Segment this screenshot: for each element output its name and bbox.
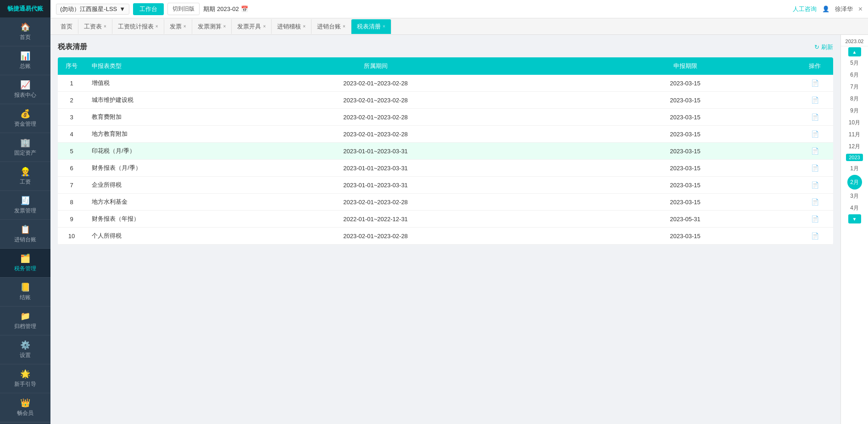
cell-deadline: 2023-03-15 — [574, 75, 796, 92]
action-icon[interactable]: 📄 — [811, 79, 819, 87]
cal-month-6[interactable]: 6月 — [844, 69, 865, 80]
unpin-button[interactable]: 取消固定 — [0, 422, 50, 424]
cell-type: 个人所得税 — [85, 228, 177, 245]
tab-home[interactable]: 首页 — [55, 19, 78, 34]
sidebar-item-ledger[interactable]: 📊 总账 — [0, 46, 50, 75]
workbench-button[interactable]: 工作台 — [133, 3, 164, 15]
cell-no: 5 — [58, 143, 85, 160]
period-label: 期期 2023-02 📅 — [203, 5, 248, 13]
cal-month-3[interactable]: 3月 — [844, 190, 865, 201]
cal-month-9[interactable]: 9月 — [844, 105, 865, 116]
cell-period: 2023-01-01~2023-03-31 — [177, 143, 574, 160]
cell-period: 2023-02-01~2023-02-28 — [177, 109, 574, 126]
tab-bar: 首页 工资表 × 工资统计报表 × 发票 × 发票测算 × 发票开具 × 进销稽… — [50, 18, 868, 35]
cell-action: 📄 — [796, 228, 833, 245]
company-name: (勿动）江西服星-LSS — [60, 5, 117, 13]
tab-close-tax-list[interactable]: × — [383, 24, 385, 29]
tab-close-purchase-ledger[interactable]: × — [343, 24, 345, 29]
action-icon[interactable]: 📄 — [811, 113, 819, 121]
tab-invoice-calc[interactable]: 发票测算 × — [192, 19, 232, 34]
cell-no: 4 — [58, 126, 85, 143]
sidebar-item-invoice[interactable]: 🧾 发票管理 — [0, 191, 50, 220]
cal-month-12[interactable]: 12月 — [844, 141, 865, 152]
sidebar-item-purchase-sales[interactable]: 📋 进销台账 — [0, 220, 50, 249]
cell-type: 印花税（月/季） — [85, 143, 177, 160]
top-bar-right: 人工咨询 👤 徐泽华 × — [793, 5, 862, 13]
action-icon[interactable]: 📄 — [811, 147, 819, 155]
cell-period: 2023-02-01~2023-02-28 — [177, 228, 574, 245]
dropdown-icon: ▼ — [119, 6, 125, 12]
switch-version-button[interactable]: 切到旧版 — [167, 3, 200, 15]
calendar-up-button[interactable]: ▲ — [848, 47, 861, 56]
tab-purchase-audit[interactable]: 进销稽核 × — [272, 19, 312, 34]
cal-month-8[interactable]: 8月 — [844, 93, 865, 104]
cell-deadline: 2023-03-15 — [574, 92, 796, 109]
period-value: 2023-02 — [217, 6, 239, 12]
page-title: 税表清册 — [58, 42, 87, 52]
sidebar: 畅捷通易代账 🏠 首页 📊 总账 📈 报表中心 💰 资金管理 🏢 固定资产 👷 … — [0, 0, 50, 424]
cal-month-7[interactable]: 7月 — [844, 81, 865, 92]
cal-month-1[interactable]: 1月 — [844, 163, 865, 174]
close-books-icon: 📒 — [20, 282, 30, 292]
sidebar-item-vip[interactable]: 👑 畅会员 — [0, 393, 50, 422]
tab-salary-report[interactable]: 工资统计报表 × — [112, 19, 164, 34]
table-row: 1 增值税 2023-02-01~2023-02-28 2023-03-15 📄 — [58, 75, 833, 92]
cal-month-4[interactable]: 4月 — [844, 202, 865, 213]
refresh-button[interactable]: ↻ 刷新 — [814, 43, 833, 51]
company-selector[interactable]: (勿动）江西服星-LSS ▼ — [56, 4, 129, 15]
action-icon[interactable]: 📄 — [811, 232, 819, 240]
sidebar-item-salary[interactable]: 👷 工资 — [0, 162, 50, 191]
cell-action: 📄 — [796, 160, 833, 177]
calendar-down-button[interactable]: ▼ — [848, 214, 861, 223]
tab-close-purchase-audit[interactable]: × — [303, 24, 306, 29]
calendar-icon[interactable]: 📅 — [241, 6, 248, 12]
cal-month-2-active[interactable]: 2月 — [847, 175, 862, 190]
cal-month-11[interactable]: 11月 — [844, 129, 865, 140]
table-row: 8 地方水利基金 2023-02-01~2023-02-28 2023-03-1… — [58, 194, 833, 211]
sidebar-item-report[interactable]: 📈 报表中心 — [0, 75, 50, 104]
page-header: 税表清册 ↻ 刷新 — [58, 42, 833, 52]
sidebar-item-fund[interactable]: 💰 资金管理 — [0, 104, 50, 133]
cal-month-5[interactable]: 5月 — [844, 57, 865, 68]
tab-tax-list[interactable]: 税表清册 × — [351, 19, 391, 34]
sidebar-item-archive[interactable]: 📁 归档管理 — [0, 307, 50, 335]
cell-no: 8 — [58, 194, 85, 211]
tab-purchase-ledger[interactable]: 进销台账 × — [312, 19, 351, 34]
tab-invoice-issue[interactable]: 发票开具 × — [232, 19, 272, 34]
main-area: (勿动）江西服星-LSS ▼ 工作台 切到旧版 期期 2023-02 📅 人工咨… — [50, 0, 868, 424]
action-icon[interactable]: 📄 — [811, 130, 819, 138]
sidebar-item-guide[interactable]: 🌟 新手引导 — [0, 364, 50, 393]
cell-no: 1 — [58, 75, 85, 92]
tax-table: 序号 申报表类型 所属期间 申报期限 操作 1 增值税 2023-02-01~2… — [58, 57, 833, 245]
window-close-button[interactable]: × — [858, 5, 862, 13]
sidebar-item-settings[interactable]: ⚙️ 设置 — [0, 335, 50, 364]
tab-close-salary-report[interactable]: × — [156, 24, 158, 29]
tab-close-invoice[interactable]: × — [184, 24, 186, 29]
right-panel: 2023.02 ▲ 5月 6月 7月 8月 9月 10月 11月 12月 202… — [840, 35, 868, 424]
cal-month-10[interactable]: 10月 — [844, 117, 865, 128]
consult-button[interactable]: 人工咨询 — [793, 5, 817, 13]
right-panel-header: 2023.02 — [841, 37, 868, 46]
table-row: 7 企业所得税 2023-01-01~2023-03-31 2023-03-15… — [58, 177, 833, 194]
cell-action: 📄 — [796, 92, 833, 109]
tab-close-invoice-issue[interactable]: × — [263, 24, 266, 29]
app-logo: 畅捷通易代账 — [0, 0, 50, 17]
cell-action: 📄 — [796, 143, 833, 160]
action-icon[interactable]: 📄 — [811, 198, 819, 206]
sidebar-item-close[interactable]: 📒 结账 — [0, 278, 50, 307]
action-icon[interactable]: 📄 — [811, 215, 819, 223]
cell-deadline: 2023-03-15 — [574, 109, 796, 126]
sidebar-item-home[interactable]: 🏠 首页 — [0, 17, 50, 46]
tab-close-invoice-calc[interactable]: × — [223, 24, 226, 29]
cell-type: 城市维护建设税 — [85, 92, 177, 109]
action-icon[interactable]: 📄 — [811, 181, 819, 189]
table-row: 10 个人所得税 2023-02-01~2023-02-28 2023-03-1… — [58, 228, 833, 245]
cell-deadline: 2023-03-15 — [574, 228, 796, 245]
tab-invoice[interactable]: 发票 × — [164, 19, 192, 34]
sidebar-item-tax[interactable]: 🗂️ 税务管理 — [0, 249, 50, 278]
tab-close-salary[interactable]: × — [104, 24, 106, 29]
tab-salary-table[interactable]: 工资表 × — [78, 19, 112, 34]
sidebar-item-assets[interactable]: 🏢 固定资产 — [0, 133, 50, 162]
action-icon[interactable]: 📄 — [811, 96, 819, 104]
action-icon[interactable]: 📄 — [811, 164, 819, 172]
